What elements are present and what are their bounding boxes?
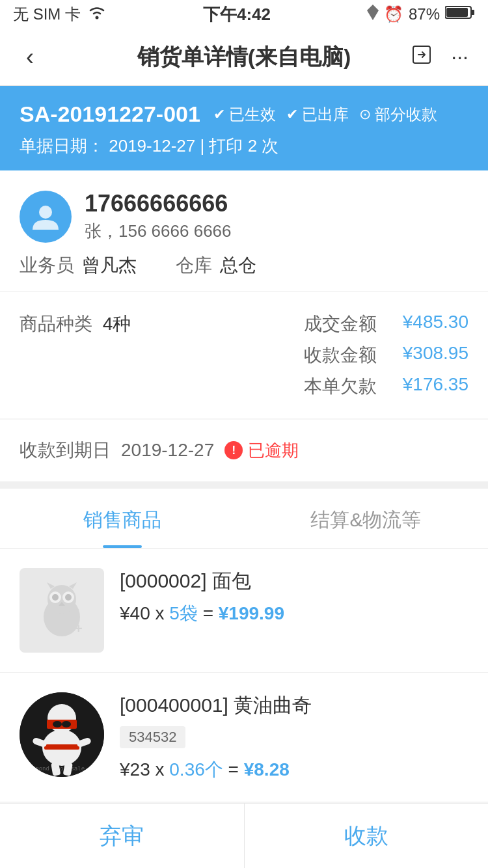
- svg-text:+: +: [75, 621, 83, 636]
- product-title-1: 面包: [212, 570, 251, 591]
- product-name-2: [000400001] 黄油曲奇: [120, 692, 468, 719]
- svg-point-19: [53, 721, 62, 727]
- tab-sales-products[interactable]: 销售商品: [0, 489, 244, 548]
- customer-name: 17666666666: [85, 190, 232, 217]
- bottom-bar: 弃审 收款: [0, 803, 488, 868]
- debt-label: 本单欠款: [304, 374, 377, 399]
- product-type-count: 商品种类 4种: [20, 312, 131, 336]
- svg-point-11: [65, 594, 72, 601]
- overdue-icon: !: [224, 441, 243, 459]
- customer-info: 17666666666 张，156 6666 6666: [85, 190, 232, 243]
- svg-rect-22: [44, 744, 79, 750]
- svg-point-20: [62, 721, 71, 727]
- qty-value-2: 0.36个: [169, 759, 223, 780]
- sales-value: 曾凡杰: [82, 253, 137, 278]
- svg-point-0: [96, 16, 99, 20]
- due-date-section: 收款到期日 2019-12-27 ! 已逾期: [0, 420, 488, 481]
- product-thumb-2: diamond wholesale: [20, 692, 104, 777]
- nav-bar: ‹ 销货单详情(来自电脑) ···: [0, 29, 488, 86]
- customer-meta: 业务员 曾凡杰 仓库 总仓: [20, 253, 468, 278]
- price-x-1: x: [156, 603, 170, 623]
- price-value-1: ¥40: [120, 603, 150, 623]
- battery-label: 87%: [409, 5, 440, 23]
- debt-value: ¥176.35: [403, 374, 468, 399]
- cancel-label: 弃审: [100, 821, 144, 851]
- confirm-button[interactable]: 收款: [245, 804, 489, 868]
- tabs-row: 销售商品 结算&物流等: [0, 489, 488, 549]
- tab-settlement[interactable]: 结算&物流等: [244, 489, 488, 548]
- customer-avatar: [20, 191, 72, 243]
- battery-icon: [445, 5, 475, 23]
- tabs-divider: [0, 482, 488, 489]
- received-value: ¥308.95: [403, 343, 468, 368]
- tab-sales-label: 销售商品: [83, 509, 161, 530]
- order-date: 单据日期： 2019-12-27 | 打印 2 次: [20, 135, 468, 157]
- product-info-1: [0000002] 面包 ¥40 x 5袋 = ¥199.99: [120, 568, 468, 626]
- badge-partial-label: 部分收款: [375, 104, 437, 125]
- status-time: 下午4:42: [203, 3, 271, 26]
- type-count: 4种: [103, 314, 131, 334]
- due-date-value: 2019-12-27: [121, 440, 214, 461]
- price-x-2: x: [156, 759, 170, 780]
- due-label: 收款到期日: [20, 438, 111, 463]
- nav-actions: ···: [412, 45, 468, 70]
- overdue-label: 已逾期: [248, 439, 299, 462]
- overdue-badge: ! 已逾期: [224, 439, 299, 462]
- transaction-row: 成交金额 ¥485.30: [304, 312, 468, 336]
- back-button[interactable]: ‹: [20, 37, 40, 77]
- status-left: 无 SIM 卡: [13, 4, 107, 25]
- customer-sub: 张，156 6666 6666: [85, 220, 232, 243]
- product-code-1: [0000002]: [120, 570, 206, 591]
- status-right: ⏰ 87%: [367, 5, 475, 24]
- wifi-icon: [87, 5, 107, 23]
- stats-section: 商品种类 4种 成交金额 ¥485.30 收款金额 ¥308.95 本单欠款 ¥…: [0, 292, 488, 418]
- sales-person: 业务员 曾凡杰: [20, 253, 137, 278]
- cancel-button[interactable]: 弃审: [0, 804, 245, 868]
- received-label: 收款金额: [304, 343, 377, 368]
- location-icon: [367, 5, 379, 24]
- alarm-icon: ⏰: [384, 5, 403, 23]
- check-icon-1: ✔: [213, 106, 225, 123]
- print-label: | 打印 2 次: [200, 136, 278, 156]
- svg-rect-2: [471, 10, 474, 15]
- transaction-value: ¥485.30: [403, 312, 468, 336]
- more-button[interactable]: ···: [451, 45, 468, 69]
- status-bar: 无 SIM 卡 下午4:42 ⏰ 87%: [0, 0, 488, 29]
- total-value-1: ¥199.99: [219, 603, 284, 623]
- warehouse-item: 仓库 总仓: [176, 253, 256, 278]
- transaction-label: 成交金额: [304, 312, 377, 336]
- price-eq-2: =: [228, 759, 244, 780]
- badge-shipped: ✔ 已出库: [286, 104, 349, 125]
- badge-partial: ⊙ 部分收款: [359, 104, 437, 125]
- date-value: 2019-12-27: [109, 136, 195, 156]
- debt-row: 本单欠款 ¥176.35: [304, 374, 468, 399]
- type-label: 商品种类: [20, 314, 92, 334]
- signal-label: 无 SIM 卡: [13, 4, 81, 25]
- product-item-1: + [0000002] 面包 ¥40 x 5袋 = ¥199.99: [0, 549, 488, 673]
- svg-rect-3: [446, 8, 468, 17]
- share-button[interactable]: [412, 45, 431, 70]
- tab-settlement-label: 结算&物流等: [310, 509, 421, 530]
- sales-label: 业务员: [20, 253, 74, 278]
- warehouse-value: 总仓: [220, 253, 256, 278]
- price-value-2: ¥23: [120, 759, 150, 780]
- badge-activated-label: 已生效: [229, 104, 276, 125]
- svg-text:diamond wholesale: diamond wholesale: [25, 765, 85, 772]
- product-name-1: [0000002] 面包: [120, 568, 468, 595]
- svg-point-10: [52, 594, 59, 601]
- product-price-2: ¥23 x 0.36个 = ¥8.28: [120, 757, 468, 782]
- confirm-label: 收款: [344, 821, 388, 851]
- product-price-1: ¥40 x 5袋 = ¥199.99: [120, 601, 468, 626]
- price-eq-1: =: [203, 603, 219, 623]
- received-row: 收款金额 ¥308.95: [304, 343, 468, 368]
- date-label: 单据日期：: [20, 136, 104, 156]
- check-icon-2: ✔: [286, 106, 298, 123]
- badge-shipped-label: 已出库: [302, 104, 349, 125]
- product-code-2: [000400001]: [120, 694, 228, 716]
- status-badges: ✔ 已生效 ✔ 已出库 ⊙ 部分收款: [213, 104, 437, 125]
- product-tag-2: 534532: [120, 726, 185, 748]
- badge-activated: ✔ 已生效: [213, 104, 276, 125]
- svg-point-5: [39, 206, 52, 219]
- nav-title: 销货单详情(来自电脑): [137, 42, 351, 72]
- clock-icon: ⊙: [359, 106, 371, 123]
